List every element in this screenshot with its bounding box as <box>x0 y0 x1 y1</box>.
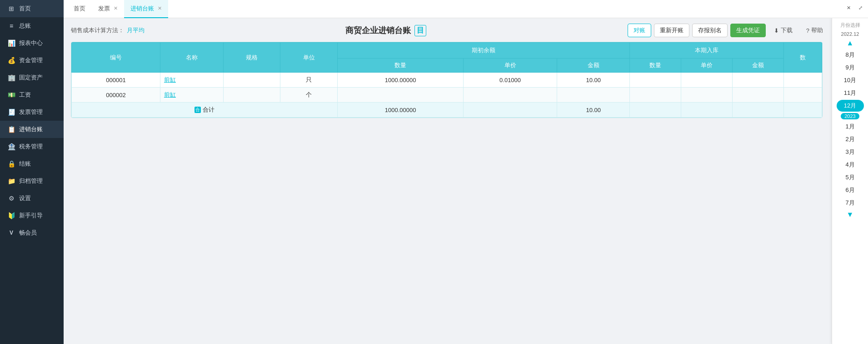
sidebar-item-home[interactable]: ⊞ 首页 <box>0 0 64 17</box>
cell-more <box>784 88 822 103</box>
download-icon: ⬇ <box>774 27 779 34</box>
help-button[interactable]: ? 帮助 <box>801 24 828 37</box>
sidebar-item-salary[interactable]: 💵 工资 <box>0 86 64 103</box>
cell-inbound-price <box>681 88 733 103</box>
total-inbound-price <box>681 103 733 118</box>
col-sub-opening-qty: 数量 <box>338 59 464 73</box>
maximize-window-button[interactable]: ⤢ <box>856 4 864 12</box>
tab-bar: 首页 发票 ✕ 进销台账 ✕ ✕ ⤢ <box>64 0 868 18</box>
tab-close-inventory[interactable]: ✕ <box>158 5 162 11</box>
assets-icon: 🏢 <box>7 74 15 81</box>
main-area: 首页 发票 ✕ 进销台账 ✕ ✕ ⤢ 销售成本计算方法： 月平均 商贸企业进销台… <box>64 0 868 344</box>
cost-method: 销售成本计算方法： 月平均 <box>71 26 145 34</box>
page-title: 商贸企业进销台账 目 <box>145 25 628 36</box>
month-item-1[interactable]: 1月 <box>837 121 864 133</box>
tab-label: 发票 <box>98 5 110 13</box>
sidebar-item-assets[interactable]: 🏢 固定资产 <box>0 69 64 86</box>
sidebar-item-archive[interactable]: 📁 归档管理 <box>0 172 64 190</box>
closing-icon: 🔒 <box>7 160 15 167</box>
month-item-6[interactable]: 6月 <box>837 184 864 196</box>
month-item-9[interactable]: 9月 <box>837 62 864 74</box>
col-sub-opening-price: 单价 <box>463 59 557 73</box>
ledger-icon: ≡ <box>7 22 15 29</box>
month-item-3[interactable]: 3月 <box>837 146 864 158</box>
cell-inbound-qty <box>630 88 681 103</box>
cell-id: 000001 <box>72 73 160 88</box>
month-nav-down[interactable]: ▼ <box>847 209 854 220</box>
col-header-unit: 单位 <box>280 43 338 73</box>
month-panel-title: 月份选择 <box>840 20 860 30</box>
save-as-button[interactable]: 存报别名 <box>692 24 728 37</box>
guide-icon: 🔰 <box>7 212 15 219</box>
col-sub-inbound-qty: 数量 <box>630 59 681 73</box>
invoice-icon: 🧾 <box>7 108 15 116</box>
month-item-5[interactable]: 5月 <box>837 172 864 183</box>
tab-close-invoice[interactable]: ✕ <box>114 5 118 11</box>
cell-inbound-qty <box>630 73 681 88</box>
year-2023-badge: 2023 <box>841 113 859 119</box>
product-name-link[interactable]: 前缸 <box>164 76 176 83</box>
table-row: 000001 前缸 只 1000.00000 0.01000 10.00 <box>72 73 822 88</box>
product-name-link[interactable]: 前缸 <box>164 91 176 98</box>
sidebar-item-closing[interactable]: 🔒 结账 <box>0 155 64 172</box>
sidebar-item-member[interactable]: V 畅会员 <box>0 224 64 241</box>
total-inbound-amount <box>733 103 784 118</box>
month-item-7[interactable]: 7月 <box>837 197 864 209</box>
sidebar-item-label: 结账 <box>19 160 31 168</box>
tab-invoice[interactable]: 发票 ✕ <box>92 0 124 18</box>
sidebar-item-label: 报表中心 <box>19 39 43 47</box>
total-opening-amount: 10.00 <box>557 103 630 118</box>
total-opening-price <box>463 103 557 118</box>
reopen-button[interactable]: 重新开账 <box>654 24 689 37</box>
sidebar-item-tax[interactable]: 🏦 税务管理 <box>0 138 64 155</box>
total-icon: 合 <box>195 107 201 113</box>
month-item-10[interactable]: 10月 <box>837 74 864 86</box>
finance-icon: 💰 <box>7 57 15 64</box>
tab-home[interactable]: 首页 <box>67 0 92 18</box>
cell-opening-amount: 10.00 <box>557 73 630 88</box>
table-row: 000002 前缸 个 <box>72 88 822 103</box>
content-area: 销售成本计算方法： 月平均 商贸企业进销台账 目 对账 重新开账 存报别名 生成… <box>64 18 868 344</box>
archive-icon: 📁 <box>7 177 15 185</box>
month-nav-up[interactable]: ▲ <box>847 38 854 49</box>
total-label-text: 合计 <box>203 106 215 114</box>
action-buttons: 对账 重新开账 存报别名 生成凭证 ⬇ 下载 ? 帮助 ↻ 刷新 <box>628 24 861 37</box>
sidebar-item-guide[interactable]: 🔰 新手引导 <box>0 207 64 224</box>
col-header-opening: 期初余额 <box>338 43 630 59</box>
cell-more <box>784 73 822 88</box>
month-item-11[interactable]: 11月 <box>837 87 864 99</box>
close-window-button[interactable]: ✕ <box>844 4 853 12</box>
cell-unit: 个 <box>280 88 338 103</box>
download-button[interactable]: ⬇ 下载 <box>768 24 798 37</box>
cell-unit: 只 <box>280 73 338 88</box>
help-label: 帮助 <box>811 26 823 34</box>
sidebar-item-label: 资金管理 <box>19 56 43 64</box>
inventory-icon: 📋 <box>7 126 15 133</box>
cell-opening-qty <box>338 88 464 103</box>
reports-icon: 📊 <box>7 39 15 47</box>
tab-inventory[interactable]: 进销台账 ✕ <box>124 0 168 18</box>
cell-name: 前缸 <box>160 88 223 103</box>
sidebar-item-inventory[interactable]: 📋 进销台账 <box>0 121 64 138</box>
sidebar-item-ledger[interactable]: ≡ 总账 <box>0 17 64 34</box>
col-header-name: 名称 <box>160 43 223 73</box>
cell-opening-price: 0.01000 <box>463 73 557 88</box>
tax-icon: 🏦 <box>7 143 15 150</box>
reconcile-button[interactable]: 对账 <box>628 24 651 37</box>
sidebar-item-invoice[interactable]: 🧾 发票管理 <box>0 103 64 121</box>
generate-button[interactable]: 生成凭证 <box>730 24 766 37</box>
sidebar-item-label: 设置 <box>19 194 31 202</box>
title-info-icon[interactable]: 目 <box>414 25 426 36</box>
month-item-8[interactable]: 8月 <box>837 49 864 61</box>
month-item-4[interactable]: 4月 <box>837 159 864 171</box>
total-label-cell: 合 合计 <box>72 103 338 118</box>
month-item-12[interactable]: 12月 <box>837 100 864 112</box>
month-item-2[interactable]: 2月 <box>837 133 864 145</box>
settings-icon: ⚙ <box>7 195 15 202</box>
cell-inbound-amount <box>733 88 784 103</box>
cost-method-value: 月平均 <box>127 26 145 34</box>
sidebar-item-settings[interactable]: ⚙ 设置 <box>0 190 64 207</box>
sidebar-item-reports[interactable]: 📊 报表中心 <box>0 34 64 52</box>
sidebar-item-finance[interactable]: 💰 资金管理 <box>0 52 64 69</box>
sidebar-item-label: 首页 <box>19 5 31 13</box>
